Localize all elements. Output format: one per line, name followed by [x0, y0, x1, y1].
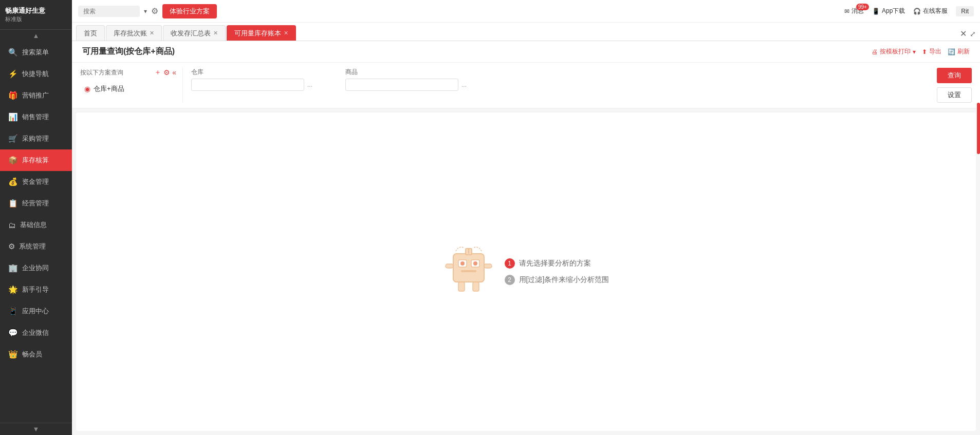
sidebar-item-enterprise[interactable]: 🏢 企业协同: [0, 257, 72, 279]
sidebar-item-search[interactable]: 🔍 搜索菜单: [0, 42, 72, 63]
print-label: 按模板打印: [880, 47, 911, 56]
sidebar-item-shortcut[interactable]: ⚡ 快捷导航: [0, 63, 72, 85]
svg-rect-9: [484, 264, 492, 268]
warehouse-more-btn[interactable]: ...: [307, 81, 312, 88]
wechat-icon: 💬: [8, 328, 18, 337]
system-icon: ⚙: [8, 242, 15, 251]
print-btn[interactable]: 🖨 按模板打印 ▾: [872, 47, 916, 56]
basic-icon: 🗂: [8, 221, 16, 230]
tab-summary[interactable]: 收发存汇总表 ✕: [163, 25, 226, 41]
sidebar-item-apps[interactable]: 📱 应用中心: [0, 300, 72, 322]
operation-icon: 📋: [8, 199, 18, 208]
sidebar: 畅康通好生意 标准版 ▲ 🔍 搜索菜单 ⚡ 快捷导航 🎁 营销推广 📊 销售管理…: [0, 0, 72, 435]
expand-btn[interactable]: ⤢: [970, 30, 976, 38]
finance-icon: 💰: [8, 177, 18, 186]
sidebar-item-finance[interactable]: 💰 资金管理: [0, 171, 72, 193]
tab-home[interactable]: 首页: [76, 25, 105, 41]
tab-summary-close[interactable]: ✕: [213, 30, 218, 36]
phone-icon: 📱: [872, 8, 880, 15]
page-header: 可用量查询(按仓库+商品) 🖨 按模板打印 ▾ ⬆ 导出 🔄 刷新: [72, 41, 980, 63]
industry-btn[interactable]: 体验行业方案: [162, 4, 217, 18]
svg-point-3: [460, 261, 465, 266]
filter-schemes: 按以下方案查询 ＋ ⚙ « ◉ 仓库+商品: [80, 68, 183, 103]
sidebar-item-purchase[interactable]: 🛒 采购管理: [0, 128, 72, 149]
filter-schemes-title: 按以下方案查询: [80, 68, 123, 77]
sidebar-item-label: 经营管理: [22, 199, 49, 208]
dropdown-icon[interactable]: ▾: [144, 8, 147, 15]
right-scrollbar[interactable]: [977, 103, 980, 154]
warehouse-input[interactable]: [191, 79, 304, 91]
tab-batch[interactable]: 库存批次账 ✕: [106, 25, 162, 41]
edit-scheme-btn[interactable]: ⚙: [163, 68, 170, 77]
sidebar-item-member[interactable]: 👑 畅会员: [0, 344, 72, 365]
sidebar-item-wechat[interactable]: 💬 企业微信: [0, 322, 72, 344]
sidebar-item-guide[interactable]: 🌟 新手引导: [0, 279, 72, 300]
sidebar-item-label: 畅会员: [22, 350, 42, 359]
warehouse-input-row: ...: [191, 79, 335, 91]
product-input-row: ...: [345, 79, 489, 91]
print-icon: 🖨: [872, 48, 878, 55]
empty-tip-2: 2 用[过滤]条件来缩小分析范围: [505, 275, 609, 285]
topbar-search-input[interactable]: [78, 6, 140, 17]
close-all-tabs-btn[interactable]: ✕: [960, 29, 967, 39]
filter-schemes-actions: ＋ ⚙ «: [154, 68, 176, 77]
apps-icon: 📱: [8, 307, 18, 316]
message-badge: 99+: [856, 4, 869, 10]
scheme-item-label: 仓库+商品: [94, 84, 124, 93]
purchase-icon: 🛒: [8, 134, 18, 143]
filter-fields: 仓库 ... 商品 ...: [183, 68, 929, 103]
product-input[interactable]: [345, 79, 458, 91]
svg-rect-10: [458, 282, 465, 291]
export-icon: ⬆: [922, 48, 927, 55]
sidebar-item-inventory[interactable]: 📦 库存核算: [0, 149, 72, 171]
export-btn[interactable]: ⬆ 导出: [922, 47, 941, 56]
product-more-btn[interactable]: ...: [461, 81, 467, 88]
message-icon: ✉: [844, 8, 849, 15]
tab-available-close[interactable]: ✕: [284, 30, 288, 36]
scheme-warehouse-product[interactable]: ◉ 仓库+商品: [80, 81, 176, 97]
sidebar-item-label: 新手引导: [22, 285, 49, 294]
tabs-bar: 首页 库存批次账 ✕ 收发存汇总表 ✕ 可用量库存账本 ✕ ✕ ⤢: [72, 23, 980, 41]
search-icon: 🔍: [8, 48, 18, 57]
sidebar-item-marketing[interactable]: 🎁 营销推广: [0, 85, 72, 106]
svg-point-4: [473, 261, 477, 266]
app-label: App下载: [882, 7, 905, 15]
warehouse-filter-field: 仓库 ...: [191, 68, 335, 91]
scroll-up-btn[interactable]: ▲: [0, 30, 72, 42]
settings-icon[interactable]: ⚙: [151, 6, 158, 16]
empty-illustration: [443, 238, 494, 306]
scheme-dot-icon: ◉: [84, 85, 90, 93]
settings-btn[interactable]: 设置: [937, 87, 972, 103]
online-service-btn[interactable]: 🎧 在线客服: [913, 7, 948, 15]
topbar-right: ✉ 消息 99+ 📱 App下载 🎧 在线客服 Rit: [844, 6, 974, 16]
sidebar-item-label: 资金管理: [22, 177, 49, 186]
refresh-label: 刷新: [957, 47, 970, 56]
collapse-scheme-btn[interactable]: «: [172, 68, 176, 77]
sidebar-item-system[interactable]: ⚙ 系统管理: [0, 236, 72, 257]
tab-available-label: 可用量库存账本: [234, 29, 281, 38]
scroll-down-btn[interactable]: ▼: [0, 423, 72, 435]
sidebar-item-basic[interactable]: 🗂 基础信息: [0, 214, 72, 236]
sidebar-item-operation[interactable]: 📋 经营管理: [0, 193, 72, 214]
refresh-btn[interactable]: 🔄 刷新: [948, 47, 970, 56]
tab-batch-close[interactable]: ✕: [150, 30, 154, 36]
print-dropdown-icon[interactable]: ▾: [913, 48, 916, 55]
sidebar-item-label: 企业协同: [22, 263, 49, 273]
shortcut-icon: ⚡: [8, 69, 18, 79]
query-btn[interactable]: 查询: [937, 68, 972, 83]
message-btn[interactable]: ✉ 消息 99+: [844, 7, 864, 15]
sidebar-item-sales[interactable]: 📊 销售管理: [0, 106, 72, 128]
filter-area: 按以下方案查询 ＋ ⚙ « ◉ 仓库+商品 仓库: [72, 63, 980, 108]
warehouse-label: 仓库: [191, 68, 335, 77]
inventory-icon: 📦: [8, 156, 18, 165]
tab-available[interactable]: 可用量库存账本 ✕: [227, 25, 296, 41]
tab-home-label: 首页: [84, 29, 97, 38]
app-download-btn[interactable]: 📱 App下载: [872, 7, 905, 15]
user-menu[interactable]: Rit: [956, 6, 974, 16]
sidebar-item-label: 营销推广: [22, 91, 49, 100]
svg-rect-0: [453, 254, 484, 282]
product-filter-field: 商品 ...: [345, 68, 489, 91]
refresh-icon: 🔄: [948, 48, 955, 55]
add-scheme-btn[interactable]: ＋: [154, 68, 161, 77]
tip-text-2: 用[过滤]条件来缩小分析范围: [519, 275, 609, 285]
